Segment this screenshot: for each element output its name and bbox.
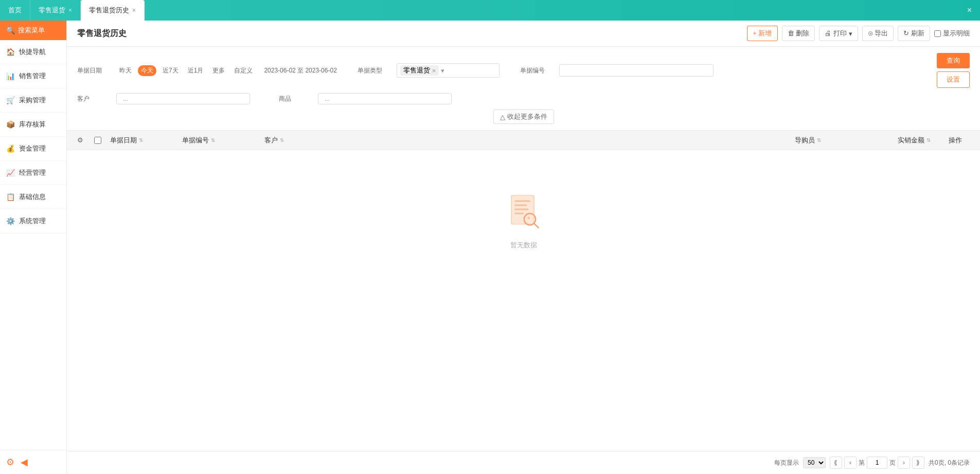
th-date-label: 单据日期 — [110, 136, 137, 145]
collapse-filters-button[interactable]: △ 收起更多条件 — [493, 110, 554, 124]
date-label: 单据日期 — [77, 66, 108, 75]
new-button[interactable]: + 新增 — [747, 26, 777, 41]
goods-placeholder: ... — [325, 95, 330, 102]
table-footer: 每页显示 50 ⟪ ‹ 第 页 › ⟫ 共0页, 0条记录 — [67, 451, 980, 474]
tab-retail-return-history[interactable]: 零售退货历史 × — [81, 0, 145, 21]
finance-icon: 💰 — [6, 144, 15, 153]
inventory-icon: 📦 — [6, 120, 15, 129]
pagination-nav: ⟪ ‹ 第 页 › ⟫ — [830, 457, 924, 469]
sidebar-item-inventory[interactable]: 📦 库存核算 — [0, 113, 66, 137]
window-close-button[interactable]: × — [959, 6, 980, 15]
delete-button[interactable]: 🗑 删除 — [782, 26, 815, 41]
empty-icon — [503, 191, 544, 232]
empty-state: 暂无数据 — [67, 150, 980, 291]
th-guide-label: 导购员 — [795, 136, 815, 145]
svg-point-8 — [527, 217, 530, 220]
sidebar-item-system-label: 系统管理 — [19, 216, 46, 226]
tab-retail-return-history-close[interactable]: × — [132, 7, 136, 14]
sidebar-item-operation[interactable]: 📈 经营管理 — [0, 161, 66, 185]
sidebar: 🔍 搜索菜单 🏠 快捷导航 📊 销售管理 🛒 采购管理 📦 库存核算 💰 资金管… — [0, 21, 67, 474]
th-number-sort: ⇅ — [211, 137, 215, 143]
sidebar-search[interactable]: 🔍 搜索菜单 — [0, 21, 66, 40]
sidebar-item-quick-nav[interactable]: 🏠 快捷导航 — [0, 40, 66, 64]
date-custom[interactable]: 自定义 — [231, 65, 256, 76]
th-guide[interactable]: 导购员 ⇅ — [791, 136, 873, 145]
next-page-button[interactable]: › — [898, 457, 910, 469]
th-amount[interactable]: 实销金额 ⇅ — [873, 136, 935, 145]
system-icon: ⚙️ — [6, 217, 15, 225]
th-amount-label: 实销金额 — [898, 136, 924, 145]
tab-home[interactable]: 首页 — [0, 0, 30, 21]
print-dropdown-icon: ▾ — [849, 30, 852, 38]
prev-page-button[interactable]: ‹ — [844, 457, 857, 469]
page-title: 零售退货历史 — [77, 28, 127, 39]
date-today[interactable]: 今天 — [138, 65, 156, 76]
select-all-checkbox[interactable] — [94, 137, 101, 144]
filter-settings-button[interactable]: 设置 — [937, 71, 970, 88]
print-button[interactable]: 🖨 打印 ▾ — [819, 26, 858, 41]
top-bar: 首页 零售退货 × 零售退货历史 × × — [0, 0, 980, 21]
sidebar-item-system[interactable]: ⚙️ 系统管理 — [0, 209, 66, 233]
type-filter-container[interactable]: 零售退货 × ▾ — [397, 63, 500, 78]
per-page-select[interactable]: 50 — [803, 457, 826, 468]
th-number[interactable]: 单据编号 ⇅ — [178, 136, 260, 145]
basic-info-icon: 📋 — [6, 193, 15, 201]
date-options: 昨天 今天 近7天 近1月 更多 自定义 — [116, 65, 256, 76]
svg-rect-1 — [514, 200, 530, 202]
sidebar-item-operation-label: 经营管理 — [19, 168, 46, 177]
sidebar-item-quick-nav-label: 快捷导航 — [19, 47, 46, 57]
th-number-label: 单据编号 — [182, 136, 209, 145]
last-page-button[interactable]: ⟫ — [912, 457, 924, 469]
query-buttons: 查询 设置 — [929, 53, 970, 88]
tab-retail-return[interactable]: 零售退货 × — [30, 0, 81, 21]
sidebar-bottom: ⚙ ◀ — [0, 450, 66, 474]
table-header: ⚙ 单据日期 ⇅ 单据编号 ⇅ 客户 ⇅ 导购员 ⇅ — [67, 131, 980, 150]
svg-rect-3 — [514, 209, 528, 210]
type-label: 单据类型 — [358, 66, 388, 75]
tab-retail-return-label: 零售退货 — [39, 6, 65, 15]
th-customer[interactable]: 客户 ⇅ — [260, 136, 791, 145]
type-filter-remove[interactable]: × — [432, 67, 436, 75]
date-7days[interactable]: 近7天 — [159, 65, 182, 76]
empty-text: 暂无数据 — [510, 241, 537, 250]
purchase-icon: 🛒 — [6, 96, 15, 104]
goods-filter-container[interactable]: ... — [318, 93, 452, 104]
page-number-input[interactable] — [867, 457, 887, 469]
th-ops-label: 操作 — [949, 136, 962, 145]
export-button[interactable]: ⊙ 导出 — [862, 26, 894, 41]
sidebar-item-finance[interactable]: 💰 资金管理 — [0, 137, 66, 161]
customer-filter-container[interactable]: ... — [116, 93, 250, 104]
show-detail-checkbox[interactable] — [934, 30, 941, 37]
customer-label: 客户 — [77, 95, 108, 103]
date-yesterday[interactable]: 昨天 — [116, 65, 135, 76]
collapse-icon: △ — [500, 113, 505, 121]
sidebar-item-purchase[interactable]: 🛒 采购管理 — [0, 88, 66, 113]
export-button-label: ⊙ 导出 — [868, 29, 888, 38]
first-page-button[interactable]: ⟪ — [830, 457, 842, 469]
th-ops: 操作 — [935, 136, 976, 145]
date-range-display: 2023-06-02 至 2023-06-02 — [264, 66, 336, 75]
page-suffix: 页 — [889, 459, 896, 467]
th-date[interactable]: 单据日期 ⇅ — [106, 136, 178, 145]
sidebar-item-finance-label: 资金管理 — [19, 144, 46, 153]
query-button[interactable]: 查询 — [937, 53, 970, 68]
svg-rect-2 — [514, 205, 527, 206]
print-button-label: 🖨 打印 — [825, 29, 847, 38]
date-more[interactable]: 更多 — [209, 65, 228, 76]
content-area: 零售退货历史 + 新增 🗑 删除 🖨 打印 ▾ ⊙ 导出 ↻ 刷新 — [67, 21, 980, 474]
date-1month[interactable]: 近1月 — [185, 65, 207, 76]
table-select-all[interactable] — [90, 137, 106, 144]
number-input[interactable] — [559, 64, 714, 77]
query-button-label: 查询 — [947, 57, 960, 64]
show-detail-checkbox-label[interactable]: 显示明细 — [934, 29, 970, 38]
sales-icon: 📊 — [6, 72, 15, 80]
sidebar-item-sales[interactable]: 📊 销售管理 — [0, 64, 66, 88]
tab-retail-return-close[interactable]: × — [68, 7, 72, 14]
table-settings-icon[interactable]: ⚙ — [71, 136, 90, 144]
goods-label: 商品 — [279, 95, 310, 103]
collapse-sidebar-icon[interactable]: ◀ — [21, 457, 28, 468]
sidebar-item-basic-info[interactable]: 📋 基础信息 — [0, 185, 66, 209]
refresh-button[interactable]: ↻ 刷新 — [898, 26, 930, 41]
refresh-button-label: ↻ 刷新 — [903, 29, 924, 38]
settings-bottom-icon[interactable]: ⚙ — [6, 457, 14, 468]
